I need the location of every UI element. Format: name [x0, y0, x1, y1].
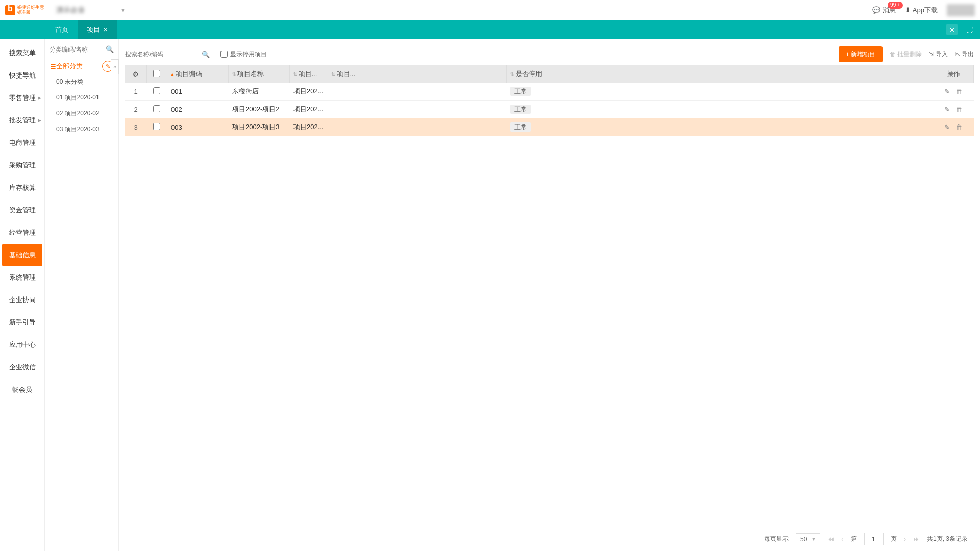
sidebar-item[interactable]: 零售管理▶ [0, 87, 44, 109]
sidebar-item[interactable]: 经营管理 [0, 221, 44, 244]
pagination: 每页显示 50 ▼ ⏮ ‹ 第 页 › ⏭ 共1页, 3条记录 [125, 527, 974, 551]
fullscreen-icon[interactable]: ⛶ [964, 24, 975, 35]
table-row[interactable]: 2 002 项目2002-项目2 项目202... 正常 ✎ 🗑 [125, 101, 974, 118]
category-search-input[interactable] [50, 46, 101, 53]
tab-home[interactable]: 首页 [46, 20, 78, 39]
app-download-button[interactable]: ⬇ App下载 [905, 6, 938, 15]
row-checkbox[interactable] [153, 87, 160, 94]
logo-area: 畅捷通好生意 标准版 [5, 5, 50, 15]
sidebar-item[interactable]: 新手引导 [0, 311, 44, 334]
category-panel: 🔍 ☰ 全部分类 ✎ 00 未分类01 项目2020-0102 项目2020-0… [45, 39, 119, 551]
category-item[interactable]: 01 项目2020-01 [49, 90, 114, 106]
chevron-down-icon: ▼ [811, 537, 816, 542]
column-project-code[interactable]: 项目编码 [167, 65, 228, 83]
status-badge: 正常 [510, 87, 531, 96]
data-table: ⚙ 项目编码 项目名称 项目... 项目... 是否停用 操作 1 001 东楼… [125, 65, 974, 136]
tab-bar: 首页 项目 ✕ ✕ ⛶ [0, 20, 980, 39]
export-button[interactable]: ⇱ 导出 [955, 50, 974, 59]
column-disabled[interactable]: 是否停用 [506, 65, 933, 83]
add-project-button[interactable]: + 新增项目 [839, 46, 883, 62]
gear-icon: ⚙ [133, 70, 139, 78]
category-item[interactable]: 02 项目2020-02 [49, 106, 114, 121]
tab-project[interactable]: 项目 ✕ [78, 20, 117, 39]
batch-delete-button: 🗑 批量删除 [890, 50, 922, 59]
column-project-name[interactable]: 项目名称 [228, 65, 289, 83]
edit-icon[interactable]: ✎ [944, 88, 950, 95]
collapse-panel-button[interactable]: « [111, 59, 119, 74]
sidebar-item[interactable]: 系统管理 [0, 266, 44, 289]
messages-badge: 99 + [888, 2, 903, 9]
download-icon: ⬇ [905, 6, 911, 14]
per-page-label: 每页显示 [764, 535, 789, 543]
logo-icon [5, 5, 15, 15]
prev-page-button[interactable]: ‹ [841, 535, 843, 543]
chevron-right-icon: ▶ [38, 95, 41, 101]
column-part4[interactable]: 项目... [328, 65, 506, 83]
last-page-button[interactable]: ⏭ [913, 535, 920, 543]
page-number-input[interactable] [864, 533, 884, 545]
column-part3[interactable]: 项目... [289, 65, 328, 83]
edit-icon[interactable]: ✎ [944, 123, 950, 131]
edit-icon[interactable]: ✎ [944, 106, 950, 113]
message-icon: 💬 [872, 6, 880, 14]
import-icon: ⇲ [929, 51, 934, 58]
delete-icon[interactable]: 🗑 [955, 88, 962, 95]
sidebar-item[interactable]: 搜索菜单 [0, 42, 44, 64]
page-summary: 共1页, 3条记录 [927, 535, 968, 543]
search-icon[interactable]: 🔍 [106, 45, 114, 53]
chevron-right-icon: ▶ [38, 118, 41, 123]
row-checkbox[interactable] [153, 105, 160, 112]
tab-close-all-button[interactable]: ✕ [946, 24, 958, 35]
org-name[interactable]: 演示企业 [56, 6, 85, 15]
sidebar-item[interactable]: 企业微信 [0, 356, 44, 379]
delete-icon[interactable]: 🗑 [955, 123, 962, 131]
sidebar-item[interactable]: 批发管理▶ [0, 109, 44, 132]
settings-column[interactable]: ⚙ [125, 65, 146, 83]
toolbar: 🔍 显示停用项目 + 新增项目 🗑 批量删除 ⇲ 导入 [125, 43, 974, 65]
category-item[interactable]: 03 项目2020-03 [49, 121, 114, 137]
sidebar-item[interactable]: 基础信息 [2, 244, 42, 266]
row-checkbox[interactable] [153, 123, 160, 130]
messages-button[interactable]: 💬 消息 99 + [872, 6, 896, 15]
main-content: 🔍 显示停用项目 + 新增项目 🗑 批量删除 ⇲ 导入 [119, 39, 980, 551]
close-icon[interactable]: ✕ [103, 27, 108, 33]
export-icon: ⇱ [955, 51, 960, 58]
top-header: 畅捷通好生意 标准版 演示企业 ▼ 💬 消息 99 + ⬇ App下载 [0, 0, 980, 20]
next-page-button[interactable]: › [904, 535, 906, 543]
chevron-down-icon[interactable]: ▼ [120, 7, 126, 13]
first-page-button[interactable]: ⏮ [827, 535, 834, 543]
show-disabled-checkbox[interactable]: 显示停用项目 [220, 50, 267, 59]
column-ops: 操作 [933, 65, 974, 83]
delete-icon[interactable]: 🗑 [955, 106, 962, 113]
sidebar-item[interactable]: 企业协同 [0, 289, 44, 311]
sidebar-item[interactable]: 资金管理 [0, 199, 44, 221]
category-search: 🔍 [49, 44, 114, 55]
sidebar-item[interactable]: 快捷导航 [0, 64, 44, 87]
list-icon: ☰ [50, 63, 56, 70]
sidebar-item[interactable]: 应用中心 [0, 334, 44, 356]
select-all-column[interactable] [146, 65, 167, 83]
search-box: 🔍 [125, 51, 214, 58]
per-page-select[interactable]: 50 ▼ [796, 533, 820, 545]
sidebar-item[interactable]: 采购管理 [0, 154, 44, 177]
status-badge: 正常 [510, 105, 531, 114]
sidebar-item[interactable]: 电商管理 [0, 132, 44, 154]
user-avatar[interactable] [947, 4, 975, 16]
sidebar-item[interactable]: 库存核算 [0, 177, 44, 199]
sidebar: 搜索菜单快捷导航零售管理▶批发管理▶电商管理采购管理库存核算资金管理经营管理基础… [0, 39, 45, 551]
plus-icon: + [846, 51, 849, 58]
delete-icon: 🗑 [890, 51, 896, 58]
sidebar-item[interactable]: 畅会员 [0, 379, 44, 401]
category-item[interactable]: 00 未分类 [49, 74, 114, 90]
category-all[interactable]: ☰ 全部分类 ✎ [49, 59, 114, 74]
import-button[interactable]: ⇲ 导入 [929, 50, 948, 59]
status-badge: 正常 [510, 122, 531, 132]
table-row[interactable]: 3 003 项目2002-项目3 项目202... 正常 ✎ 🗑 [125, 118, 974, 136]
table-row[interactable]: 1 001 东楼街店 项目202... 正常 ✎ 🗑 [125, 83, 974, 101]
search-input[interactable] [125, 51, 202, 58]
search-icon[interactable]: 🔍 [202, 51, 210, 58]
logo-text-bottom: 标准版 [17, 10, 44, 15]
